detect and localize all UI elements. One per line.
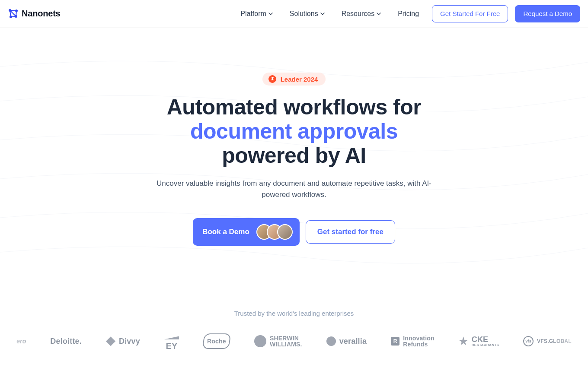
hero-title-line1: Automated workflows for — [167, 95, 422, 119]
badge-text: Leader 2024 — [281, 76, 318, 83]
nav-item-solutions[interactable]: Solutions — [290, 10, 325, 18]
brand-name: Nanonets — [22, 9, 61, 19]
company-logo-vfs-global: vfs VFS.GLOBAL — [523, 336, 572, 346]
avatar-stack — [256, 224, 293, 240]
get-started-free-button[interactable]: Get Started For Free — [432, 5, 508, 22]
company-name: VFS.GLOBAL — [537, 338, 572, 344]
g2-leader-badge: Leader 2024 — [262, 73, 326, 86]
company-name: Roche — [207, 338, 226, 345]
hero-subtitle: Uncover valuable insights from any docum… — [147, 178, 441, 201]
avatar — [277, 224, 293, 240]
nav-right: Platform Solutions Resources Pricing — [240, 5, 580, 22]
company-mark-icon — [254, 335, 266, 347]
company-logo-roche: Roche — [203, 333, 230, 349]
book-demo-label: Book a Demo — [202, 228, 249, 236]
company-mark-icon: Roche — [202, 333, 231, 349]
book-demo-button[interactable]: Book a Demo — [193, 218, 300, 246]
company-logo-verallia: verallia — [326, 336, 367, 346]
nav-item-pricing[interactable]: Pricing — [398, 10, 419, 18]
company-name: ero — [16, 338, 26, 345]
company-name-stack: CKE RESTAURANTS — [472, 336, 499, 347]
hero-title: Automated workflows for document approva… — [88, 95, 500, 168]
company-name: Divvy — [119, 337, 140, 346]
logo-marquee: ero Deloitte. Divvy EY Roche Sherwin — [0, 317, 588, 351]
nav-item-platform[interactable]: Platform — [240, 10, 273, 18]
trusted-title: Trusted by the world's leading enterpris… — [0, 310, 588, 317]
chevron-down-icon — [376, 11, 381, 16]
company-name: Deloitte. — [50, 337, 82, 346]
company-mark-icon: vfs — [523, 336, 534, 346]
hero-cta-row: Book a Demo Get started for free — [88, 218, 500, 246]
company-logo-sherwin-williams: Sherwin Williams. — [254, 335, 302, 348]
company-logo-deloitte: Deloitte. — [50, 337, 82, 346]
request-demo-button[interactable]: Request a Demo — [515, 5, 580, 22]
company-mark-icon — [106, 336, 115, 346]
g2-icon — [268, 75, 276, 83]
company-logo-ey: EY — [164, 332, 179, 351]
nav-item-label: Resources — [342, 10, 374, 18]
company-logo-innovation-refunds: R Innovation Refunds — [391, 335, 435, 348]
company-logo-divvy: Divvy — [106, 336, 140, 346]
company-mark-icon — [164, 332, 179, 339]
nav-item-label: Pricing — [398, 10, 419, 18]
nav-item-label: Platform — [240, 10, 266, 18]
company-name: verallia — [339, 337, 367, 346]
chevron-down-icon — [268, 11, 273, 16]
navbar: Nanonets Platform Solutions Resources — [0, 0, 588, 28]
company-logo-ero: ero — [16, 338, 26, 345]
company-mark-icon: R — [391, 337, 399, 346]
company-mark-icon — [459, 336, 468, 346]
company-name-stack: Innovation Refunds — [403, 335, 435, 348]
nav-links: Platform Solutions Resources Pricing — [240, 10, 419, 18]
company-mark-icon — [326, 336, 336, 346]
nav-item-label: Solutions — [290, 10, 318, 18]
chevron-down-icon — [320, 11, 325, 16]
hero-title-accent: document approvals — [190, 119, 398, 143]
company-name-stack: Sherwin Williams. — [270, 335, 302, 348]
nav-item-resources[interactable]: Resources — [342, 10, 381, 18]
company-name: EY — [166, 341, 177, 351]
nav-ctas: Get Started For Free Request a Demo — [432, 5, 580, 22]
hero: Leader 2024 Automated workflows for docu… — [0, 28, 588, 246]
company-logo-cke: CKE RESTAURANTS — [459, 336, 499, 347]
brand-logo[interactable]: Nanonets — [8, 8, 61, 19]
trusted-section: Trusted by the world's leading enterpris… — [0, 310, 588, 351]
brand-mark-icon — [8, 8, 19, 19]
get-started-free-hero-button[interactable]: Get started for free — [306, 220, 395, 244]
hero-title-line3: powered by AI — [222, 143, 366, 168]
logo-row: ero Deloitte. Divvy EY Roche Sherwin — [0, 332, 588, 351]
